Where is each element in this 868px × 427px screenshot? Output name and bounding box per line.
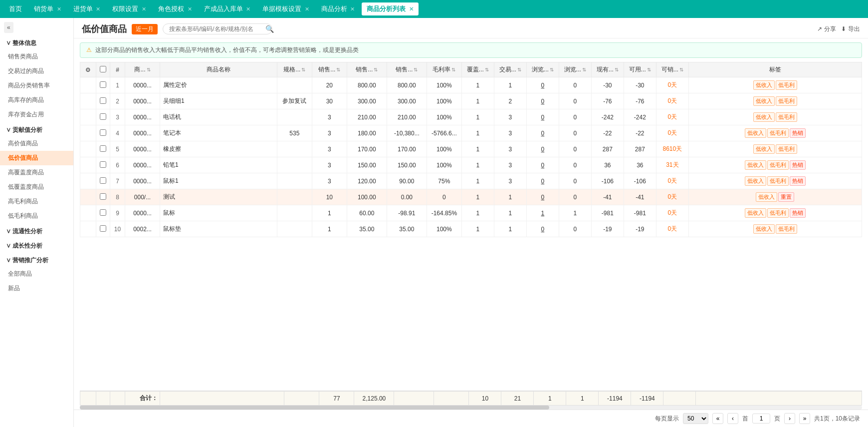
col-coverage[interactable]: 覆盖...⇅	[461, 62, 494, 77]
sidebar-item-high-value[interactable]: 高价值商品	[0, 136, 73, 151]
nav-sales[interactable]: 销货单 ✕	[29, 2, 66, 15]
col-settings[interactable]: ⚙	[80, 62, 96, 77]
row-checkbox[interactable]	[100, 209, 106, 216]
checkbox-cell[interactable]	[96, 173, 110, 189]
sidebar-item-low-value[interactable]: 低价值商品	[0, 151, 73, 165]
row-checkbox[interactable]	[100, 129, 106, 136]
checkbox-cell[interactable]	[96, 93, 110, 109]
nav-roles[interactable]: 角色授权 ✕	[153, 2, 197, 15]
row-browse1[interactable]: 1	[526, 205, 559, 221]
select-all-checkbox[interactable]	[100, 66, 106, 72]
sidebar-item-high-stock[interactable]: 高库存的商品	[0, 93, 73, 107]
sidebar-collapse-btn[interactable]: «	[4, 22, 13, 33]
browse-link[interactable]: 1	[541, 210, 545, 217]
col-margin[interactable]: 毛利率⇅	[427, 62, 461, 77]
col-code[interactable]: 商...⇅	[125, 62, 160, 77]
checkbox-cell[interactable]	[96, 205, 110, 221]
sidebar-item-high-coverage[interactable]: 高覆盖度商品	[0, 165, 73, 180]
row-checkbox[interactable]	[100, 225, 106, 232]
row-browse1[interactable]: 0	[526, 109, 559, 125]
row-browse1[interactable]: 0	[526, 189, 559, 205]
row-name[interactable]: 鼠标	[160, 205, 277, 221]
table-container[interactable]: ⚙ # 商...⇅ 商品名称 规格...⇅ 销售...⇅ 销售...⇅ 销售..…	[74, 62, 868, 391]
col-sale1[interactable]: 销售...⇅	[312, 62, 347, 77]
nav-inbound[interactable]: 产成品入库单 ✕	[199, 2, 256, 15]
row-browse1[interactable]: 0	[526, 93, 559, 109]
sidebar-item-new-goods[interactable]: 新品	[0, 281, 73, 296]
browse-link[interactable]: 0	[541, 194, 545, 201]
share-button[interactable]: ↗ 分享	[817, 25, 836, 33]
row-checkbox[interactable]	[100, 177, 106, 184]
row-checkbox[interactable]	[100, 161, 106, 168]
row-name[interactable]: 鼠标垫	[160, 221, 277, 237]
row-name[interactable]: 铅笔1	[160, 157, 277, 173]
col-name[interactable]: 商品名称	[160, 62, 277, 77]
nav-home[interactable]: 首页	[4, 2, 27, 15]
row-name[interactable]: 鼠标1	[160, 173, 277, 189]
browse-link[interactable]: 0	[541, 130, 545, 137]
row-name[interactable]: 吴细细1	[160, 93, 277, 109]
col-sellable[interactable]: 可销...⇅	[656, 62, 688, 77]
page-size-select[interactable]: 50 100 200	[683, 413, 708, 424]
last-page-btn[interactable]: »	[799, 413, 810, 424]
nav-analysis-list[interactable]: 商品分析列表 ✕	[362, 2, 419, 15]
checkbox-cell[interactable]	[96, 221, 110, 237]
sidebar-item-sales-goods[interactable]: 销售类商品	[0, 49, 73, 64]
browse-link[interactable]: 0	[541, 226, 545, 233]
col-trade[interactable]: 交易...⇅	[494, 62, 526, 77]
col-stock[interactable]: 现有...⇅	[591, 62, 624, 77]
col-browse1[interactable]: 浏览...⇅	[526, 62, 559, 77]
nav-purchase[interactable]: 进货单 ✕	[68, 2, 106, 15]
sidebar-item-traded-goods[interactable]: 交易过的商品	[0, 64, 73, 78]
row-name[interactable]: 属性定价	[160, 77, 277, 93]
col-browse2[interactable]: 浏览...⇅	[559, 62, 591, 77]
row-checkbox[interactable]	[100, 113, 106, 120]
row-browse1[interactable]: 0	[526, 141, 559, 157]
browse-link[interactable]: 0	[541, 146, 545, 153]
row-checkbox[interactable]	[100, 145, 106, 152]
col-sale2[interactable]: 销售...⇅	[347, 62, 387, 77]
sidebar-item-stock-capital[interactable]: 库存资金占用	[0, 107, 73, 122]
row-browse1[interactable]: 0	[526, 221, 559, 237]
search-input[interactable]	[163, 23, 272, 34]
browse-link[interactable]: 0	[541, 114, 545, 121]
col-spec[interactable]: 规格...⇅	[277, 62, 312, 77]
next-page-btn[interactable]: ›	[784, 413, 795, 424]
first-page-btn[interactable]: «	[712, 413, 723, 424]
row-browse1[interactable]: 0	[526, 173, 559, 189]
row-name[interactable]: 笔记本	[160, 125, 277, 141]
row-checkbox[interactable]	[100, 81, 106, 88]
browse-link[interactable]: 0	[541, 98, 545, 105]
sidebar-item-high-margin[interactable]: 高毛利商品	[0, 194, 73, 209]
browse-link[interactable]: 0	[541, 178, 545, 185]
nav-templates[interactable]: 单据模板设置 ✕	[257, 2, 314, 15]
prev-page-btn[interactable]: ‹	[727, 413, 738, 424]
row-name[interactable]: 电话机	[160, 109, 277, 125]
checkbox-cell[interactable]	[96, 157, 110, 173]
row-browse1[interactable]: 0	[526, 125, 559, 141]
row-checkbox[interactable]	[100, 97, 106, 104]
row-browse1[interactable]: 0	[526, 77, 559, 93]
checkbox-cell[interactable]	[96, 189, 110, 205]
sidebar-item-category-rate[interactable]: 商品分类销售率	[0, 78, 73, 93]
sidebar-item-low-margin[interactable]: 低毛利商品	[0, 209, 73, 223]
checkbox-cell[interactable]	[96, 109, 110, 125]
period-button[interactable]: 近一月	[132, 24, 158, 34]
export-button[interactable]: ⬇ 导出	[841, 25, 860, 33]
browse-link[interactable]: 0	[541, 82, 545, 89]
nav-permissions[interactable]: 权限设置 ✕	[107, 2, 151, 15]
col-avail[interactable]: 可用...⇅	[624, 62, 656, 77]
col-checkbox[interactable]	[96, 62, 110, 77]
checkbox-cell[interactable]	[96, 125, 110, 141]
row-browse1[interactable]: 0	[526, 157, 559, 173]
nav-analysis[interactable]: 商品分析 ✕	[316, 2, 360, 15]
row-name[interactable]: 测试	[160, 189, 277, 205]
browse-link[interactable]: 0	[541, 162, 545, 169]
checkbox-cell[interactable]	[96, 141, 110, 157]
page-input[interactable]	[752, 414, 770, 424]
checkbox-cell[interactable]	[96, 77, 110, 93]
col-sale3[interactable]: 销售...⇅	[387, 62, 427, 77]
sidebar-item-all-goods[interactable]: 全部商品	[0, 267, 73, 281]
row-name[interactable]: 橡皮擦	[160, 141, 277, 157]
sidebar-item-low-coverage[interactable]: 低覆盖度商品	[0, 180, 73, 194]
